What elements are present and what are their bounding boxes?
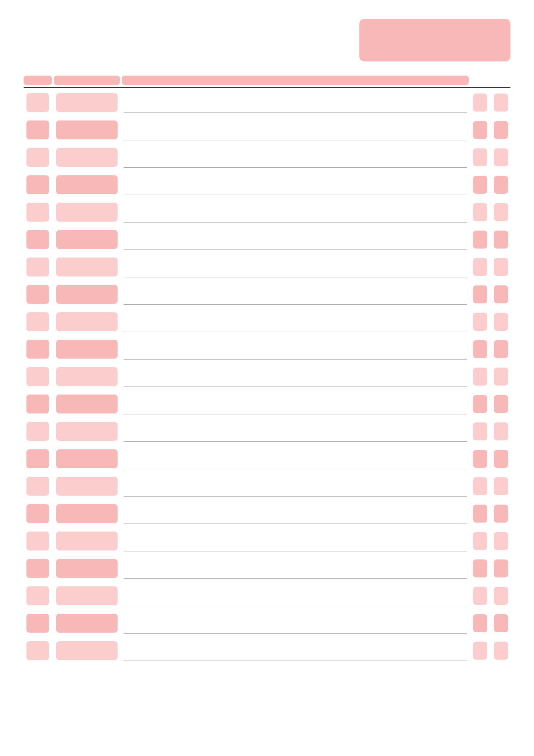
check-box[interactable] [473,450,487,468]
todo-cell[interactable] [122,227,469,252]
todo-cell[interactable] [122,364,469,389]
todo-cell[interactable] [122,282,469,307]
cross-box[interactable] [494,231,508,249]
check-box[interactable] [473,477,487,495]
cross-box[interactable] [494,642,508,660]
check-box[interactable] [473,340,487,358]
table-row[interactable] [24,89,510,116]
cross-box[interactable] [494,422,508,440]
cross-box[interactable] [494,176,508,194]
check-box[interactable] [473,422,487,440]
check-box[interactable] [473,313,487,331]
table-row[interactable] [24,171,510,198]
table-row[interactable] [24,308,510,335]
check-box[interactable] [473,148,487,166]
todo-cell[interactable] [122,172,469,197]
cross-box[interactable] [494,505,508,523]
check-box[interactable] [473,642,487,660]
todo-cell[interactable] [122,447,469,471]
cross-box[interactable] [494,395,508,413]
cross-box[interactable] [494,121,508,139]
cross-box[interactable] [494,559,508,577]
cross-box[interactable] [494,258,508,276]
cross-box[interactable] [494,477,508,495]
check-box[interactable] [473,532,487,550]
check-cell [471,642,490,660]
todo-cell[interactable] [122,501,469,526]
cross-box[interactable] [494,532,508,550]
check-cell [471,477,490,495]
cross-cell [492,559,510,577]
check-box[interactable] [473,231,487,249]
table-row[interactable] [24,445,510,472]
todo-cell[interactable] [122,337,469,361]
check-box[interactable] [473,395,487,413]
todo-cell[interactable] [122,611,469,636]
month-box[interactable] [359,19,510,61]
table-row[interactable] [24,527,510,555]
cross-box[interactable] [494,94,508,112]
table-row[interactable] [24,390,510,418]
table-row[interactable] [24,555,510,582]
check-box[interactable] [473,94,487,112]
check-box[interactable] [473,121,487,139]
cross-cell [492,532,510,550]
table-row[interactable] [24,363,510,390]
todo-cell[interactable] [122,638,469,663]
table-row[interactable] [24,472,510,500]
todo-cell[interactable] [122,474,469,498]
todo-cell[interactable] [122,118,469,142]
cross-box[interactable] [494,368,508,386]
no-box [26,285,49,304]
check-cell [471,422,490,440]
cross-box[interactable] [494,148,508,166]
cross-box[interactable] [494,450,508,468]
date-cell [54,148,120,167]
check-box[interactable] [473,368,487,386]
date-cell [54,449,120,468]
table-row[interactable] [24,253,510,281]
todo-line [124,469,467,469]
todo-line [124,606,467,606]
no-cell [24,477,52,496]
table-row[interactable] [24,226,510,253]
table-row[interactable] [24,418,510,445]
check-box[interactable] [473,203,487,221]
check-box[interactable] [473,614,487,632]
table-row[interactable] [24,610,510,637]
check-box[interactable] [473,505,487,523]
table-row[interactable] [24,116,510,144]
check-box[interactable] [473,258,487,276]
todo-cell[interactable] [122,419,469,444]
todo-cell[interactable] [122,145,469,170]
check-box[interactable] [473,285,487,303]
table-row[interactable] [24,281,510,308]
todo-cell[interactable] [122,584,469,608]
no-cell [24,203,52,222]
cross-box[interactable] [494,285,508,303]
table-row[interactable] [24,500,510,527]
table-row[interactable] [24,582,510,610]
todo-cell[interactable] [122,255,469,279]
cross-box[interactable] [494,587,508,605]
todo-cell[interactable] [122,392,469,416]
todo-line [124,359,467,360]
cross-box[interactable] [494,614,508,632]
todo-cell[interactable] [122,309,469,334]
no-cell [24,614,52,633]
cross-box[interactable] [494,313,508,331]
check-box[interactable] [473,559,487,577]
table-row[interactable] [24,335,510,363]
table-row[interactable] [24,637,510,664]
todo-cell[interactable] [122,556,469,581]
todo-cell[interactable] [122,529,469,553]
cross-box[interactable] [494,340,508,358]
table-row[interactable] [24,144,510,171]
cross-box[interactable] [494,203,508,221]
todo-cell[interactable] [122,90,469,115]
check-box[interactable] [473,176,487,194]
todo-cell[interactable] [122,200,469,224]
todo-line [124,249,467,250]
check-box[interactable] [473,587,487,605]
table-row[interactable] [24,198,510,226]
